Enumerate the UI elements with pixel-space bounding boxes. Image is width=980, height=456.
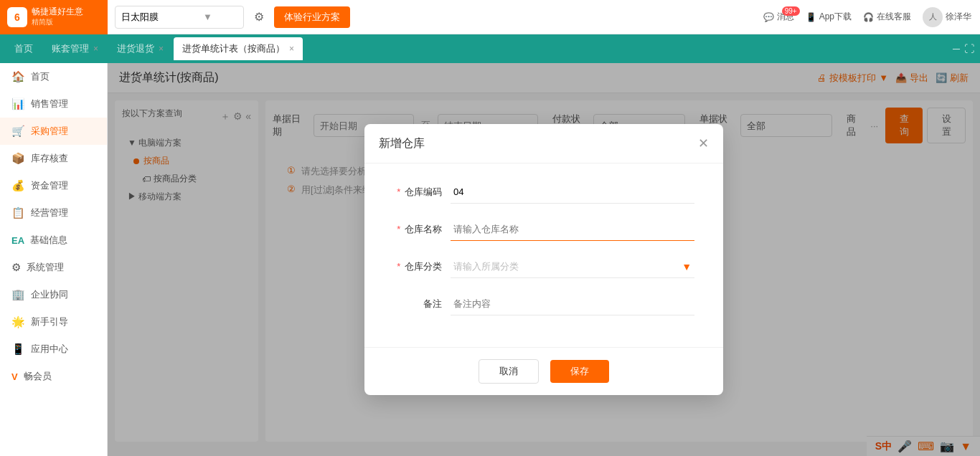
sidebar-enterprise-label: 企业协同	[31, 288, 68, 301]
form-row-code: * 仓库编码	[393, 181, 694, 204]
warehouse-name-input[interactable]	[451, 218, 694, 241]
tab-purchase-stats[interactable]: 进货单统计表（按商品） ×	[174, 37, 303, 60]
tab-minimize-icon[interactable]: ─	[953, 43, 960, 54]
header-right: 💬 消息 99+ 📱 App下载 🎧 在线客服 人 徐泽华	[763, 7, 971, 27]
sidebar-item-purchase[interactable]: 🛒 采购管理	[0, 118, 107, 145]
logo-text: 畅捷通好生意	[32, 6, 83, 18]
sidebar-item-apps[interactable]: 📱 应用中心	[0, 336, 107, 363]
tab-purchase-stats-close[interactable]: ×	[289, 44, 294, 54]
trial-button[interactable]: 体验行业方案	[274, 6, 350, 28]
sidebar-home-label: 首页	[31, 70, 50, 83]
type-label: * 仓库分类	[393, 260, 451, 273]
logo-text-block: 畅捷通好生意 精简版	[32, 6, 83, 28]
modal-overlay: 新增仓库 ✕ * 仓库编码 *	[108, 63, 980, 456]
settings-header-icon[interactable]: ⚙	[254, 10, 264, 24]
tab-controls: ─ ⛶	[953, 43, 974, 54]
cancel-button[interactable]: 取消	[479, 359, 539, 384]
remarks-input[interactable]	[451, 293, 694, 315]
sidebar-item-operations[interactable]: 📋 经营管理	[0, 199, 107, 227]
tab-account-label: 账套管理	[52, 42, 89, 55]
main-content: 进货单统计(按商品) 🖨 按模板打印 ▼ 📤 导出 🔄 刷新	[108, 63, 980, 456]
sidebar-item-guide[interactable]: 🌟 新手引导	[0, 308, 107, 336]
sidebar-item-inventory[interactable]: 📦 库存核查	[0, 145, 107, 172]
online-service-label: 在线客服	[877, 11, 911, 23]
apps-icon: 📱	[11, 343, 25, 356]
sidebar-item-sales[interactable]: 📊 销售管理	[0, 90, 107, 118]
form-row-remarks: 备注	[393, 293, 694, 315]
required-mark-type: *	[397, 261, 400, 272]
form-row-type: * 仓库分类 请输入所属分类 ▼	[393, 255, 694, 278]
sidebar: 🏠 首页 📊 销售管理 🛒 采购管理 📦 库存核查 💰 资金管理 📋 经营管理 …	[0, 63, 108, 456]
tab-expand-icon[interactable]: ⛶	[964, 43, 974, 54]
online-service-item[interactable]: 🎧 在线客服	[863, 11, 911, 23]
form-row-name: * 仓库名称	[393, 218, 694, 241]
warehouse-type-select[interactable]: 请输入所属分类 ▼	[451, 255, 694, 278]
tab-purchase-stats-label: 进货单统计表（按商品）	[182, 42, 285, 55]
app-download-item[interactable]: 📱 App下载	[806, 11, 852, 23]
warehouse-code-input[interactable]	[451, 181, 694, 204]
tab-account[interactable]: 账套管理 ×	[43, 37, 107, 60]
tab-purchase-return[interactable]: 进货退货 ×	[108, 37, 172, 60]
system-icon: ⚙	[11, 261, 21, 274]
sidebar-item-home[interactable]: 🏠 首页	[0, 63, 107, 90]
sidebar-guide-label: 新手引导	[31, 315, 68, 328]
name-label: * 仓库名称	[393, 223, 451, 236]
warehouse-type-arrow-icon: ▼	[682, 261, 692, 272]
search-bar[interactable]: ▼	[115, 6, 244, 29]
code-label: * 仓库编码	[393, 186, 451, 199]
guide-icon: 🌟	[11, 315, 25, 328]
tab-bar: 首页 账套管理 × 进货退货 × 进货单统计表（按商品） × ─ ⛶	[0, 34, 980, 63]
inventory-icon: 📦	[11, 152, 25, 165]
sidebar-inventory-label: 库存核查	[31, 152, 68, 165]
headset-icon: 🎧	[863, 12, 874, 22]
sidebar-system-label: 系统管理	[27, 261, 64, 274]
sidebar-operations-label: 经营管理	[31, 206, 68, 219]
sidebar-item-vip[interactable]: V 畅会员	[0, 363, 107, 390]
mobile-icon: 📱	[806, 12, 816, 22]
sidebar-purchase-label: 采购管理	[31, 125, 68, 138]
finance-icon: 💰	[11, 179, 25, 192]
user-item[interactable]: 人 徐泽华	[923, 7, 971, 27]
sidebar-item-finance[interactable]: 💰 资金管理	[0, 172, 107, 199]
tab-home[interactable]: 首页	[6, 37, 42, 60]
remarks-label: 备注	[393, 298, 451, 310]
save-button[interactable]: 保存	[550, 360, 609, 383]
purchase-icon: 🛒	[11, 125, 25, 138]
warehouse-type-placeholder: 请输入所属分类	[453, 260, 519, 273]
modal-body: * 仓库编码 * 仓库名称	[364, 163, 723, 347]
home-icon: 🏠	[11, 70, 25, 83]
message-icon: 💬	[763, 12, 774, 22]
username-label: 徐泽华	[946, 11, 971, 23]
modal-footer: 取消 保存	[364, 347, 723, 395]
sidebar-item-system[interactable]: ⚙ 系统管理	[0, 254, 107, 281]
modal-close-icon[interactable]: ✕	[698, 136, 709, 151]
search-dropdown-icon[interactable]: ▼	[203, 11, 212, 22]
sidebar-finance-label: 资金管理	[31, 179, 68, 192]
app-download-label: App下载	[819, 11, 852, 23]
required-mark-name: *	[397, 224, 400, 234]
sidebar-item-enterprise[interactable]: 🏢 企业协同	[0, 281, 107, 308]
logo-sub: 精简版	[32, 17, 83, 27]
tab-home-label: 首页	[14, 42, 33, 55]
logo-area: 6 畅捷通好生意 精简版	[0, 0, 108, 34]
sidebar-item-basic[interactable]: EA 基础信息	[0, 227, 107, 254]
main-layout: 🏠 首页 📊 销售管理 🛒 采购管理 📦 库存核查 💰 资金管理 📋 经营管理 …	[0, 63, 980, 456]
messages-badge: 99+	[782, 6, 800, 16]
operations-icon: 📋	[11, 206, 25, 219]
sidebar-vip-label: 畅会员	[24, 370, 52, 383]
sidebar-sales-label: 销售管理	[31, 98, 68, 110]
top-header: 6 畅捷通好生意 精简版 ▼ ⚙ 体验行业方案 💬 消息 99+ 📱 App下载…	[0, 0, 980, 34]
basic-icon: EA	[11, 235, 24, 246]
tab-account-close[interactable]: ×	[93, 44, 98, 54]
sales-icon: 📊	[11, 98, 25, 110]
avatar: 人	[923, 7, 943, 27]
modal-add-warehouse: 新增仓库 ✕ * 仓库编码 *	[364, 124, 723, 395]
enterprise-icon: 🏢	[11, 288, 25, 301]
required-mark-code: *	[397, 186, 400, 197]
tab-purchase-return-label: 进货退货	[117, 42, 154, 55]
messages-item[interactable]: 💬 消息 99+	[763, 11, 794, 23]
sidebar-apps-label: 应用中心	[31, 343, 68, 356]
search-input[interactable]	[121, 11, 200, 22]
tab-purchase-return-close[interactable]: ×	[159, 44, 164, 54]
logo-icon: 6	[7, 7, 27, 27]
